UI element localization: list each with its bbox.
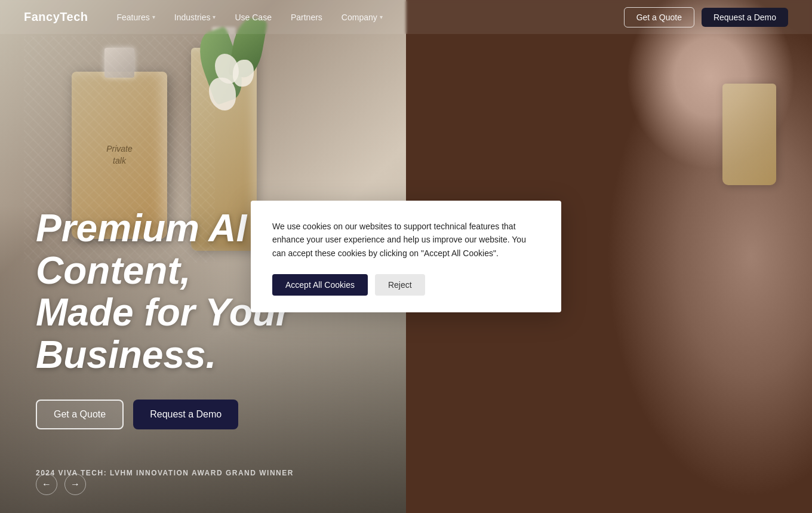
hero-section: FancyTech Features ▾ Industries ▾ Use Ca… (0, 0, 812, 513)
reject-cookies-button[interactable]: Reject (375, 274, 425, 296)
accept-cookies-button[interactable]: Accept All Cookies (272, 274, 368, 296)
cookie-buttons: Accept All Cookies Reject (272, 274, 540, 296)
cookie-modal-overlay: We use cookies on our websites to suppor… (0, 0, 812, 513)
cookie-modal: We use cookies on our websites to suppor… (251, 201, 561, 312)
cookie-message: We use cookies on our websites to suppor… (272, 220, 540, 260)
